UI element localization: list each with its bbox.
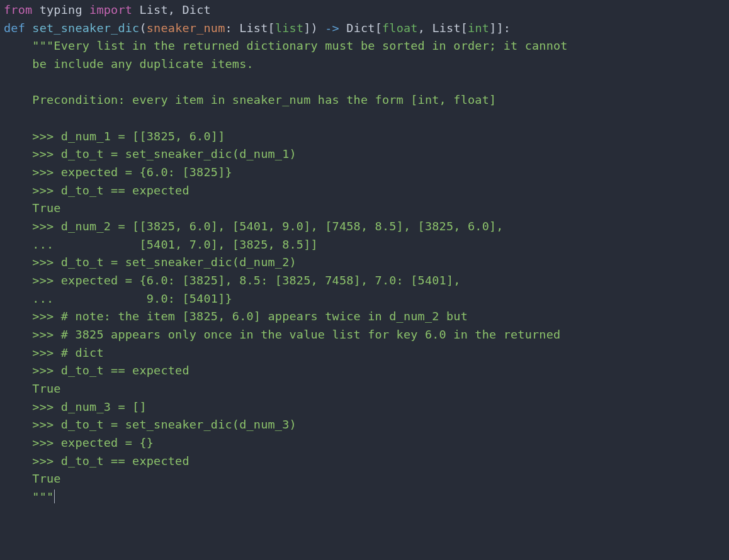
docstring-line: """ <box>4 490 54 503</box>
docstring-line: >>> # note: the item [3825, 6.0] appears… <box>4 310 468 323</box>
keyword-import: import <box>89 3 132 16</box>
docstring-line: >>> d_to_t == expected <box>4 184 189 197</box>
paren-open: ( <box>139 21 146 35</box>
docstring-line: >>> d_to_t = set_sneaker_dic(d_num_3) <box>4 418 297 431</box>
code-block: from typing import List, Dict def set_sn… <box>0 0 729 519</box>
builtin-list: list <box>275 21 303 35</box>
docstring-line: >>> expected = {} <box>4 436 154 449</box>
builtin-int: int <box>468 21 489 35</box>
imported-names: List, Dict <box>132 3 211 16</box>
line-1: from typing import List, Dict <box>4 3 211 16</box>
builtin-float: float <box>382 21 418 35</box>
docstring-line: >>> d_num_3 = [] <box>4 400 147 413</box>
docstring-line: >>> d_to_t = set_sneaker_dic(d_num_1) <box>4 147 297 160</box>
type-list-2: List <box>432 21 460 35</box>
docstring-line: >>> d_num_1 = [[3825, 6.0]] <box>4 130 225 143</box>
text-cursor-icon <box>54 490 55 503</box>
docstring-line: >>> expected = {6.0: [3825], 8.5: [3825,… <box>4 274 461 287</box>
docstring-line: be include any duplicate items. <box>4 57 254 70</box>
type-list: List <box>239 21 268 35</box>
docstring-line: >>> d_to_t == expected <box>4 454 189 468</box>
module-name: typing <box>32 3 89 16</box>
docstring-line: >>> # 3825 appears only once in the valu… <box>4 328 560 341</box>
docstring-line: >>> expected = {6.0: [3825]} <box>4 165 232 179</box>
docstring-line: >>> d_num_2 = [[3825, 6.0], [5401, 9.0],… <box>4 220 504 233</box>
keyword-from: from <box>4 3 32 16</box>
docstring-line: >>> # dict <box>4 346 104 359</box>
function-name: set_sneaker_dic <box>32 21 139 35</box>
docstring-line: ... 9.0: [5401]} <box>4 292 232 305</box>
docstring-line: """Every list in the returned dictionary… <box>4 39 568 52</box>
line-2: def set_sneaker_dic(sneaker_num: List[li… <box>4 21 511 35</box>
docstring-line: >>> d_to_t == expected <box>4 364 189 377</box>
docstring-line: True <box>4 472 61 485</box>
docstring-line: ... [5401, 7.0], [3825, 8.5]] <box>4 238 318 251</box>
docstring-line: True <box>4 201 61 215</box>
keyword-def: def <box>4 21 25 35</box>
def-colon: : <box>504 21 511 35</box>
type-dict: Dict <box>346 21 375 35</box>
docstring-line: Precondition: every item in sneaker_num … <box>4 93 496 106</box>
param-name: sneaker_num <box>147 21 225 35</box>
arrow: -> <box>325 21 339 35</box>
docstring-line: >>> d_to_t = set_sneaker_dic(d_num_2) <box>4 255 297 269</box>
docstring-line: True <box>4 382 61 395</box>
